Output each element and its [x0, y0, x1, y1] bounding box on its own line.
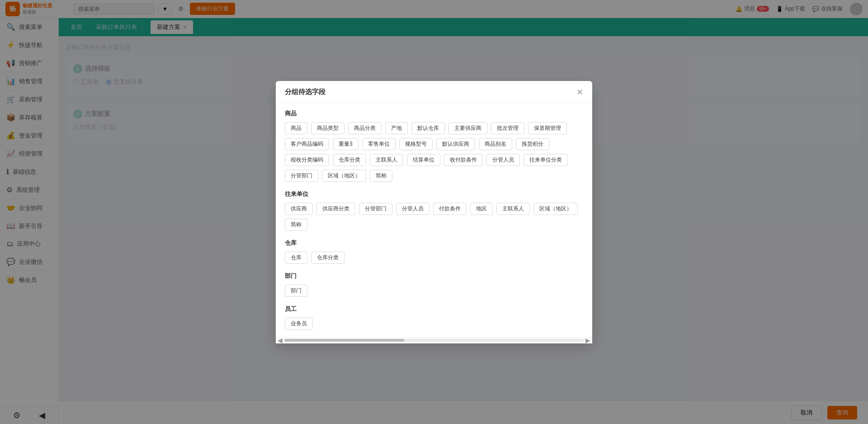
chip-partner-4[interactable]: 付款条件 — [433, 203, 467, 215]
chip-goods-21[interactable]: 往来单位分类 — [524, 154, 568, 166]
chip-department-0[interactable]: 部门 — [285, 285, 307, 297]
chip-partner-8[interactable]: 简称 — [285, 219, 307, 231]
chip-partner-5[interactable]: 地区 — [470, 203, 493, 215]
chip-partner-6[interactable]: 主联系人 — [496, 203, 530, 215]
modal-section-title-employee: 员工 — [285, 305, 583, 313]
modal-section-title-warehouse: 仓库 — [285, 239, 583, 247]
chip-goods-16[interactable]: 仓库分类 — [333, 154, 366, 166]
chip-partner-7[interactable]: 区域（地区） — [533, 203, 578, 215]
modal-chips-department: 部门 — [285, 285, 583, 297]
modal-body[interactable]: 商品商品商品类型商品分类产地默认仓库主要供应商批次管理保质期管理客户商品编码重量… — [276, 102, 592, 337]
chip-warehouse-1[interactable]: 仓库分类 — [311, 252, 344, 264]
chip-goods-17[interactable]: 主联系人 — [370, 154, 403, 166]
chip-partner-2[interactable]: 分管部门 — [359, 203, 392, 215]
chip-goods-19[interactable]: 收付款条件 — [444, 154, 483, 166]
chip-goods-24[interactable]: 简称 — [370, 170, 392, 182]
modal-chips-goods: 商品商品类型商品分类产地默认仓库主要供应商批次管理保质期管理客户商品编码重量3零… — [285, 122, 583, 182]
modal-horizontal-scrollbar[interactable]: ◀ ▶ — [276, 337, 592, 343]
chip-partner-0[interactable]: 供应商 — [285, 203, 313, 215]
chip-goods-3[interactable]: 产地 — [385, 122, 408, 134]
chip-goods-15[interactable]: 税收分类编码 — [285, 154, 329, 166]
chip-goods-9[interactable]: 重量3 — [333, 138, 359, 150]
hscroll-right-arrow[interactable]: ▶ — [585, 337, 590, 344]
chip-goods-7[interactable]: 保质期管理 — [528, 122, 567, 134]
modal-section-partner: 往来单位供应商供应商分类分管部门分管人员付款条件地区主联系人区域（地区）简称 — [285, 190, 583, 231]
chip-goods-23[interactable]: 区域（地区） — [322, 170, 366, 182]
chip-goods-0[interactable]: 商品 — [285, 122, 307, 134]
modal-section-title-partner: 往来单位 — [285, 190, 583, 198]
modal-section-goods: 商品商品商品类型商品分类产地默认仓库主要供应商批次管理保质期管理客户商品编码重量… — [285, 110, 583, 182]
modal-title: 分组待选字段 — [285, 88, 326, 96]
chip-warehouse-0[interactable]: 仓库 — [285, 252, 307, 264]
chip-partner-3[interactable]: 分管人员 — [396, 203, 429, 215]
chip-employee-0[interactable]: 业务员 — [285, 318, 313, 330]
hscroll-left-arrow[interactable]: ◀ — [278, 337, 283, 344]
chip-goods-6[interactable]: 批次管理 — [491, 122, 524, 134]
chip-goods-13[interactable]: 商品别名 — [479, 138, 512, 150]
chip-goods-11[interactable]: 规格型号 — [399, 138, 433, 150]
chip-goods-12[interactable]: 默认供应商 — [436, 138, 475, 150]
modal-chips-warehouse: 仓库仓库分类 — [285, 252, 583, 264]
modal-dialog: 分组待选字段 ✕ 商品商品商品类型商品分类产地默认仓库主要供应商批次管理保质期管… — [276, 81, 592, 343]
modal-overlay: 分组待选字段 ✕ 商品商品商品类型商品分类产地默认仓库主要供应商批次管理保质期管… — [0, 0, 868, 424]
modal-section-title-goods: 商品 — [285, 110, 583, 118]
hscroll-thumb[interactable] — [284, 339, 404, 342]
chip-goods-8[interactable]: 客户商品编码 — [285, 138, 329, 150]
modal-section-title-department: 部门 — [285, 272, 583, 280]
modal-section-warehouse: 仓库仓库仓库分类 — [285, 239, 583, 264]
chip-goods-2[interactable]: 商品分类 — [348, 122, 382, 134]
modal-section-department: 部门部门 — [285, 272, 583, 297]
modal-section-employee: 员工业务员 — [285, 305, 583, 330]
chip-goods-18[interactable]: 结算单位 — [407, 154, 440, 166]
chip-partner-1[interactable]: 供应商分类 — [316, 203, 355, 215]
modal-close-button[interactable]: ✕ — [576, 87, 583, 97]
chip-goods-10[interactable]: 零售单位 — [362, 138, 396, 150]
chip-goods-22[interactable]: 分管部门 — [285, 170, 318, 182]
chip-goods-5[interactable]: 主要供应商 — [448, 122, 487, 134]
chip-goods-1[interactable]: 商品类型 — [311, 122, 344, 134]
modal-chips-employee: 业务员 — [285, 318, 583, 330]
chip-goods-20[interactable]: 分管人员 — [486, 154, 520, 166]
hscroll-track[interactable] — [284, 339, 584, 342]
chip-goods-14[interactable]: 拣货积分 — [516, 138, 549, 150]
modal-chips-partner: 供应商供应商分类分管部门分管人员付款条件地区主联系人区域（地区）简称 — [285, 203, 583, 231]
modal-header: 分组待选字段 ✕ — [276, 81, 592, 102]
chip-goods-4[interactable]: 默认仓库 — [411, 122, 445, 134]
